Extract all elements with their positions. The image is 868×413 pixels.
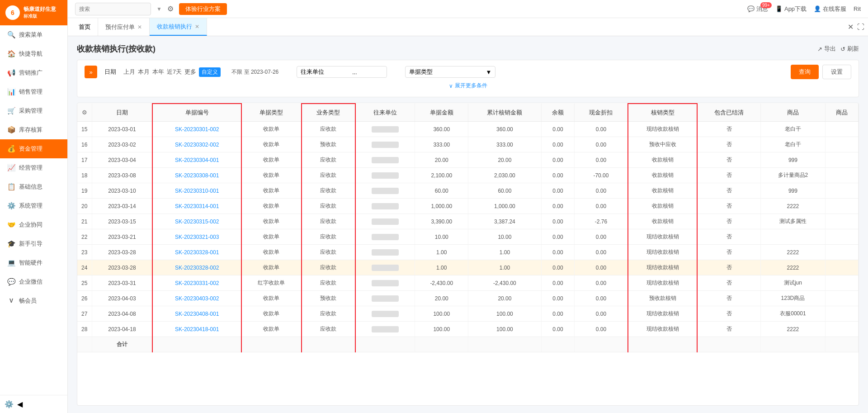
row-cancel-type: 现结收款核销 [628,275,697,291]
row-bill-no: SK-20230301-002 [152,122,241,137]
row-included: 否 [697,322,761,337]
bill-no-link[interactable]: SK-20230302-002 [175,142,219,148]
date-this-month[interactable]: 本月 [138,68,150,76]
row-product: 123D商品 [761,291,826,306]
row-cancel-type: 现结收款核销 [628,245,697,260]
row-balance: 0.00 [541,229,574,245]
tab-collect-close[interactable]: ✕ [195,24,199,30]
row-total-cancel: 1.00 [468,260,542,275]
row-bill-type: 收款单 [241,199,302,214]
sidebar-item-wechat[interactable]: 💬 企业微信 [0,272,67,291]
row-cancel-type: 现结收款核销 [628,260,697,275]
bill-no-link[interactable]: SK-20230331-002 [175,280,219,286]
sidebar-item-basic[interactable]: 📋 基础信息 [0,177,67,196]
bill-no-link[interactable]: SK-20230301-002 [175,126,219,133]
corp-icon: 🤝 [7,221,15,229]
tabbar-actions: ✕ ⛶ [848,23,864,31]
tab-close-button[interactable]: ✕ [848,23,854,31]
row-no: 20 [77,199,92,214]
custom-date-button[interactable]: 自定义 [199,67,221,77]
date-range-display: 不限 至 2023-07-26 [231,68,278,76]
app-download-button[interactable]: 📱 App下载 [775,5,807,13]
sidebar-item-system[interactable]: ⚙️ 系统管理 [0,196,67,215]
sidebar-item-purchase[interactable]: 🛒 采购管理 [0,101,67,120]
filter-expand-button[interactable]: » [85,66,97,78]
sidebar-item-member[interactable]: V 畅会员 [0,291,67,310]
expand-conditions-button[interactable]: ∨ 展开更多条件 [85,79,851,92]
settings-icon[interactable]: ⚙ [82,109,87,116]
bill-no-link[interactable]: SK-20230403-002 [175,295,219,302]
row-no: 17 [77,152,92,168]
date-more[interactable]: 更多 [184,68,196,76]
sidebar-item-quick-nav[interactable]: 🏠 快捷导航 [0,44,67,63]
row-amount: 10.00 [415,229,468,245]
bill-no-link[interactable]: SK-20230310-001 [175,188,219,194]
row-balance: 0.00 [541,245,574,260]
refresh-button[interactable]: ↺ 刷新 [840,45,859,53]
row-discount: 0.00 [575,152,628,168]
row-biz-type: 应收款 [302,122,355,137]
topbar-gear-icon[interactable]: ⚙ [167,5,174,13]
bill-no-link[interactable]: SK-20230321-003 [175,234,219,240]
bill-no-link[interactable]: SK-20230314-001 [175,203,219,209]
date-last-7days[interactable]: 近7天 [167,68,182,76]
row-balance: 0.00 [541,122,574,137]
sidebar-item-guide[interactable]: 🎓 新手引导 [0,234,67,253]
row-included: 否 [697,183,761,199]
sidebar-item-search[interactable]: 🔍 搜索菜单 [0,25,67,44]
bill-no-link[interactable]: SK-20230328-002 [175,265,219,271]
sidebar-item-finance[interactable]: 💰 资金管理 [0,139,67,158]
row-amount: 60.00 [415,183,468,199]
row-date: 2023-03-14 [92,199,152,214]
sidebar-collapse-icon[interactable]: ◀ [17,400,23,408]
row-biz-type: 应收款 [302,322,355,337]
row-balance: 0.00 [541,152,574,168]
row-date: 2023-03-31 [92,275,152,291]
bill-no-link[interactable]: SK-20230315-002 [175,218,219,225]
table-row: 15 2023-03-01 SK-20230301-002 收款单 应收款 36… [77,122,859,137]
query-button[interactable]: 查询 [791,65,819,79]
date-last-month[interactable]: 上月 [123,68,135,76]
row-discount: 0.00 [575,306,628,322]
row-cancel-type: 收款核销 [628,152,697,168]
sidebar-item-corp[interactable]: 🤝 企业协同 [0,215,67,234]
export-button[interactable]: ↗ 导出 [817,45,836,53]
bill-no-link[interactable]: SK-20230418-001 [175,326,219,332]
tab-prepay-close[interactable]: ✕ [137,24,142,30]
row-bill-no: SK-20230308-001 [152,168,241,183]
bill-no-link[interactable]: SK-20230308-001 [175,172,219,179]
date-this-year[interactable]: 本年 [152,68,164,76]
row-amount: -2,430.00 [415,275,468,291]
sidebar-settings-icon[interactable]: ⚙️ [5,400,14,408]
row-discount: 0.00 [575,260,628,275]
row-partner [355,214,415,229]
tab-expand-button[interactable]: ⛶ [857,23,864,31]
tab-prepay[interactable]: 预付应付单 ✕ [98,18,150,36]
table-scroll[interactable]: ⚙ 日期 单据编号 单据类型 业务类型 往来单位 单据金额 累计核销金额 余额 … [77,103,859,405]
sidebar-item-operation[interactable]: 📈 经营管理 [0,158,67,177]
row-product: 2222 [761,322,826,337]
sidebar-item-inventory[interactable]: 📦 库存核算 [0,120,67,139]
solution-button[interactable]: 体验行业方案 [179,3,227,15]
tabbar: 首页 预付应付单 ✕ 收款核销执行 ✕ ✕ ⛶ [68,18,868,36]
online-service-button[interactable]: 👤 在线客服 [814,5,846,13]
row-balance: 0.00 [541,137,574,152]
bill-no-link[interactable]: SK-20230408-001 [175,311,219,317]
voucher-type-select[interactable]: 单据类型 ▼ [405,66,495,78]
tab-home[interactable]: 首页 [71,18,98,36]
bill-no-link[interactable]: SK-20230328-001 [175,249,219,256]
bill-no-link[interactable]: SK-20230304-001 [175,157,219,163]
row-amount: 1.00 [415,245,468,260]
sidebar-item-hardware[interactable]: 💻 智能硬件 [0,253,67,272]
row-cancel-type: 现结收款核销 [628,322,697,337]
partner-select[interactable]: 往来单位 ... [297,66,387,78]
settings-button[interactable]: 设置 [822,65,851,79]
tab-collect[interactable]: 收款核销执行 ✕ [150,18,207,36]
row-product2 [825,152,858,168]
sidebar-item-marketing[interactable]: 📢 营销推广 [0,63,67,82]
footer-label: 合计 [92,337,152,352]
topbar-search-input[interactable] [75,3,151,15]
message-button[interactable]: 💬 消息 99+ [747,5,768,13]
sidebar: 6 畅康道好生意 标准版 🔍 搜索菜单 🏠 快捷导航 📢 营销推广 📊 销售管理… [0,0,68,413]
sidebar-item-sales[interactable]: 📊 销售管理 [0,82,67,101]
